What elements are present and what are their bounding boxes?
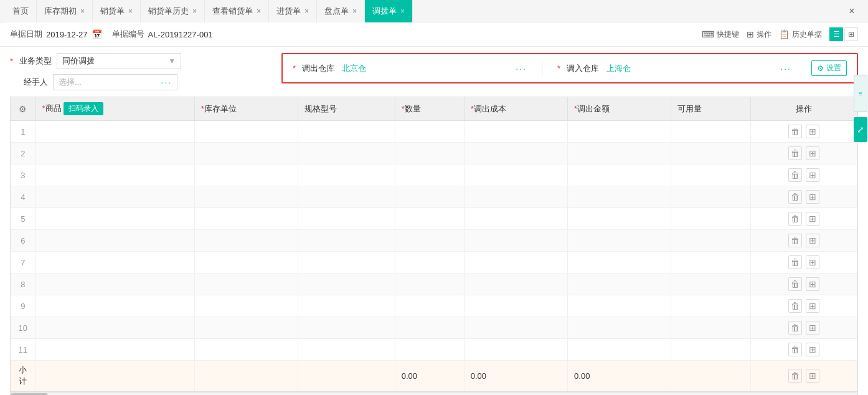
row-spec[interactable] [298,143,395,164]
row-available[interactable] [671,164,751,186]
delete-row-button[interactable]: 🗑 [788,299,802,313]
sidebar-list-button[interactable]: ≡ [854,75,867,112]
row-quantity[interactable] [395,274,464,295]
row-cost[interactable] [464,317,567,339]
row-quantity[interactable] [395,295,464,317]
row-available[interactable] [671,295,751,317]
row-cost[interactable] [464,274,567,295]
row-product[interactable] [35,230,194,252]
settings-button[interactable]: ⚙ 设置 [811,60,847,76]
row-unit[interactable] [194,208,298,230]
row-quantity[interactable] [395,186,464,208]
copy-row-button[interactable]: ⊞ [806,146,819,160]
row-spec[interactable] [298,274,395,295]
warehouse-out-more-icon[interactable]: ··· [516,64,527,74]
tab-inventory-count[interactable]: 盘点单 × [317,0,365,22]
row-available[interactable] [671,230,751,252]
row-cost[interactable] [464,186,567,208]
copy-row-button[interactable]: ⊞ [806,125,819,138]
row-spec[interactable] [298,317,395,339]
row-amount[interactable] [568,339,671,361]
row-product[interactable] [35,143,194,164]
row-quantity[interactable] [395,143,464,164]
row-spec[interactable] [298,186,395,208]
row-spec[interactable] [298,252,395,274]
row-amount[interactable] [568,164,671,186]
date-picker-icon[interactable]: 📅 [92,29,102,39]
shortcut-button[interactable]: ⌨ 快捷键 [702,29,739,40]
row-product[interactable] [35,295,194,317]
close-icon[interactable]: × [352,7,357,15]
row-unit[interactable] [194,339,298,361]
delete-row-button[interactable]: 🗑 [788,168,802,182]
close-icon[interactable]: × [257,7,261,15]
sidebar-expand-button[interactable]: ⤢ [854,117,867,142]
row-cost[interactable] [464,252,567,274]
delete-row-button[interactable]: 🗑 [788,255,802,269]
row-available[interactable] [671,186,751,208]
copy-row-button[interactable]: ⊞ [806,190,819,204]
copy-row-button[interactable]: ⊞ [806,343,819,356]
row-quantity[interactable] [395,317,464,339]
row-cost[interactable] [464,208,567,230]
row-available[interactable] [671,252,751,274]
row-product[interactable] [35,317,194,339]
row-unit[interactable] [194,230,298,252]
row-available[interactable] [671,143,751,164]
copy-row-button[interactable]: ⊞ [806,234,819,247]
row-available[interactable] [671,274,751,295]
delete-row-button[interactable]: 🗑 [788,234,802,247]
tab-purchase-order[interactable]: 进货单 × [269,0,317,22]
row-unit[interactable] [194,143,298,164]
row-product[interactable] [35,252,194,274]
barcode-scan-button[interactable]: 扫码录入 [64,102,103,115]
row-spec[interactable] [298,164,395,186]
warehouse-in-more-icon[interactable]: ··· [780,64,791,74]
copy-row-button[interactable]: ⊞ [806,321,819,335]
row-unit[interactable] [194,295,298,317]
row-available[interactable] [671,317,751,339]
copy-subtotal-button[interactable]: ⊞ [806,369,819,383]
tab-home[interactable]: 首页 [5,0,37,22]
close-icon[interactable]: × [400,7,405,15]
delete-row-button[interactable]: 🗑 [788,146,802,160]
row-amount[interactable] [568,143,671,164]
row-available[interactable] [671,121,751,143]
close-icon[interactable]: × [128,7,133,15]
row-available[interactable] [671,339,751,361]
tab-sales-order[interactable]: 销货单 × [93,0,141,22]
history-button[interactable]: 📋 历史单据 [779,29,822,40]
close-icon[interactable]: × [192,7,197,15]
close-icon[interactable]: × [304,7,309,15]
copy-row-button[interactable]: ⊞ [806,255,819,269]
delete-row-button[interactable]: 🗑 [788,212,802,226]
tab-view-sales[interactable]: 查看销货单 × [205,0,269,22]
list-view-button[interactable]: ☰ [829,27,843,41]
delete-subtotal-button[interactable]: 🗑 [788,369,802,383]
row-cost[interactable] [464,230,567,252]
table-gear-icon[interactable]: ⚙ [19,104,27,114]
tab-sales-history[interactable]: 销货单历史 × [141,0,205,22]
delete-row-button[interactable]: 🗑 [788,321,802,335]
row-quantity[interactable] [395,164,464,186]
row-cost[interactable] [464,339,567,361]
row-product[interactable] [35,339,194,361]
handler-more-icon[interactable]: ··· [161,77,172,87]
row-spec[interactable] [298,121,395,143]
row-quantity[interactable] [395,230,464,252]
row-unit[interactable] [194,252,298,274]
row-spec[interactable] [298,208,395,230]
row-unit[interactable] [194,121,298,143]
copy-row-button[interactable]: ⊞ [806,299,819,313]
delete-row-button[interactable]: 🗑 [788,190,802,204]
row-amount[interactable] [568,274,671,295]
tab-inventory-init[interactable]: 库存期初 × [37,0,93,22]
delete-row-button[interactable]: 🗑 [788,343,802,356]
row-amount[interactable] [568,186,671,208]
copy-row-button[interactable]: ⊞ [806,212,819,226]
row-spec[interactable] [298,230,395,252]
row-unit[interactable] [194,317,298,339]
row-amount[interactable] [568,230,671,252]
business-type-select[interactable]: 同价调拨 ▼ [57,53,181,69]
delete-row-button[interactable]: 🗑 [788,277,802,291]
